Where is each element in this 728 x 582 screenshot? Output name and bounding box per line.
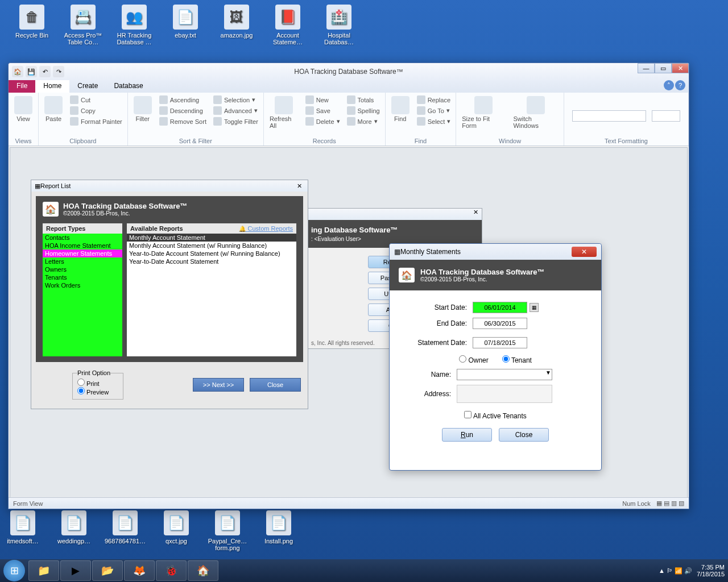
taskbar-item[interactable]: 🐞 [156,560,187,581]
close-button[interactable]: ✕ [672,63,689,73]
desktop-icon[interactable]: 👥HR Tracking Database … [114,5,155,45]
qat-redo-icon[interactable]: ↷ [53,66,64,77]
refresh-all-button[interactable]: Refresh All [267,95,300,136]
statusbar: Form View Num Lock ▦ ▤ ▥ ▧ [9,497,689,509]
taskbar-item[interactable]: 🦊 [124,560,155,581]
tab-file[interactable]: File [9,80,35,93]
preview-radio[interactable]: Preview [77,389,109,396]
tab-create[interactable]: Create [69,80,106,93]
close-button[interactable]: Close [250,378,301,392]
advanced-button[interactable]: Advanced ▾ [212,106,260,115]
ascending-button[interactable]: Ascending [158,95,208,105]
help-icon[interactable]: ? [675,80,685,90]
minimize-button[interactable]: — [638,63,655,73]
view-button[interactable]: View [12,95,35,136]
available-report-item[interactable]: Monthly Account Statement [127,234,296,242]
report-type-item[interactable]: Tenants [43,273,122,281]
remove-sort-button[interactable]: Remove Sort [158,117,208,126]
cut-button[interactable]: Cut [68,95,124,105]
end-date-input[interactable] [473,318,527,329]
minimize-ribbon-icon[interactable]: ˄ [664,80,674,90]
start-button[interactable]: ⊞ [3,560,25,581]
taskbar[interactable]: ⊞ 📁▶📂🦊🐞🏠 ▲ 🏳 📶 🔊 7:35 PM 7/18/2015 [0,559,728,582]
spelling-button[interactable]: Spelling [345,106,382,115]
taskbar-item[interactable]: 📁 [28,560,59,581]
taskbar-item[interactable]: 📂 [92,560,123,581]
monthly-statements-dialog: ▦ Monthly Statements ✕ 🏠 HOA Tracking Da… [389,243,602,471]
custom-reports-link[interactable]: 🔔 Custom Reports [239,225,293,232]
qat-undo-icon[interactable]: ↶ [39,66,51,77]
run-button[interactable]: RRunun [442,428,492,442]
paste-button[interactable]: Paste [42,95,65,136]
owner-radio[interactable]: Owner [459,355,489,364]
bg-close-icon[interactable]: ✕ [473,209,478,220]
tray-icons[interactable]: ▲ 🏳 📶 🔊 [659,567,692,575]
size-to-fit-button[interactable]: Size to Fit Form [460,95,507,136]
filter-button[interactable]: Filter [131,95,154,136]
desktop-icon[interactable]: 📄Install.png [258,510,299,551]
report-type-item[interactable]: Owners [43,265,122,273]
all-active-tenants-checkbox[interactable]: All Active Tenants [464,412,527,420]
taskbar-item[interactable]: ▶ [60,560,91,581]
close-button[interactable]: Close [499,428,549,442]
goto-button[interactable]: Go To ▾ [415,106,453,115]
copy-button[interactable]: Copy [68,106,124,115]
print-radio[interactable]: Print [77,380,100,387]
format-painter-button[interactable]: Format Painter [68,117,124,126]
tenant-radio[interactable]: Tenant [502,355,532,364]
report-types-list[interactable]: ContactsHOA Income StatementHomeowner St… [43,234,122,356]
report-type-item[interactable]: Letters [43,257,122,265]
report-type-item[interactable]: Homeowner Statements [43,250,122,257]
name-select[interactable] [457,369,552,380]
report-list-close-icon[interactable]: ✕ [294,182,304,190]
monthly-close-button[interactable]: ✕ [572,247,597,257]
tab-database[interactable]: Database [106,80,151,93]
desktop-icon[interactable]: 📄itmedsoft… [2,510,43,551]
desktop-icon[interactable]: 📇Access Pro™ Table Co… [63,5,104,45]
statement-date-input[interactable] [473,337,527,348]
selection-button[interactable]: Selection ▾ [212,95,260,105]
desktop-icon[interactable]: 📄weddingp… [53,510,94,551]
taskbar-item[interactable]: 🏠 [188,560,218,581]
available-report-item[interactable]: Monthly Account Statement (w/ Running Ba… [127,242,296,250]
tab-home[interactable]: Home [35,80,69,93]
titlebar[interactable]: 🏠 💾 ↶ ↷ HOA Tracking Database Software™ … [9,63,689,80]
desktop-icon[interactable]: 📄qxct.jpg [156,510,197,551]
desktop-icon[interactable]: 📄9687864781… [105,510,146,551]
available-report-item[interactable]: Year-to-Date Account Statement (w/ Runni… [127,250,296,257]
report-type-item[interactable]: HOA Income Statement [43,242,122,250]
totals-button[interactable]: Totals [345,95,382,105]
available-report-item[interactable]: Year-to-Date Account Statement [127,257,296,265]
font-combo[interactable] [572,110,646,122]
find-button[interactable]: Find [389,95,412,136]
delete-button[interactable]: Delete ▾ [304,117,342,126]
address-field[interactable] [457,385,552,403]
desktop-icon[interactable]: 🖼amazon.jpg [216,5,257,45]
select-button[interactable]: Select ▾ [415,117,453,126]
replace-button[interactable]: Replace [415,95,453,105]
save-button[interactable]: Save [304,106,342,115]
maximize-button[interactable]: ▭ [655,63,672,73]
desktop-icon[interactable]: 📄ebay.txt [165,5,206,45]
qat-save-icon[interactable]: 💾 [26,66,37,77]
descending-button[interactable]: Descending [158,106,208,115]
available-reports-list[interactable]: Monthly Account StatementMonthly Account… [127,234,296,356]
start-date-input[interactable] [473,302,527,313]
report-list-dialog: ▦ Report List ✕ 🏠 HOA Tracking Database … [31,180,308,409]
new-button[interactable]: New [304,95,342,105]
calendar-icon[interactable]: ▦ [530,303,539,312]
desktop-icon[interactable]: 🗑Recycle Bin [11,5,52,45]
more-button[interactable]: More ▾ [345,117,382,126]
toggle-filter-button[interactable]: Toggle Filter [212,117,260,126]
desktop-icon[interactable]: 📕Account Stateme… [267,5,308,45]
next-button[interactable]: >> Next >> [193,378,244,392]
report-type-item[interactable]: Contacts [43,234,122,242]
qat-home-icon[interactable]: 🏠 [12,66,23,77]
desktop-icon[interactable]: 📄Paypal_Cre…form.png [207,510,248,551]
view-icons[interactable]: ▦ ▤ ▥ ▧ [656,500,684,507]
report-type-item[interactable]: Work Orders [43,281,122,289]
font-size-combo[interactable] [652,110,680,122]
desktop-icon[interactable]: 🏥Hospital Databas… [318,5,359,45]
hoa-logo-icon: 🏠 [399,268,415,282]
switch-windows-button[interactable]: Switch Windows [511,95,560,136]
